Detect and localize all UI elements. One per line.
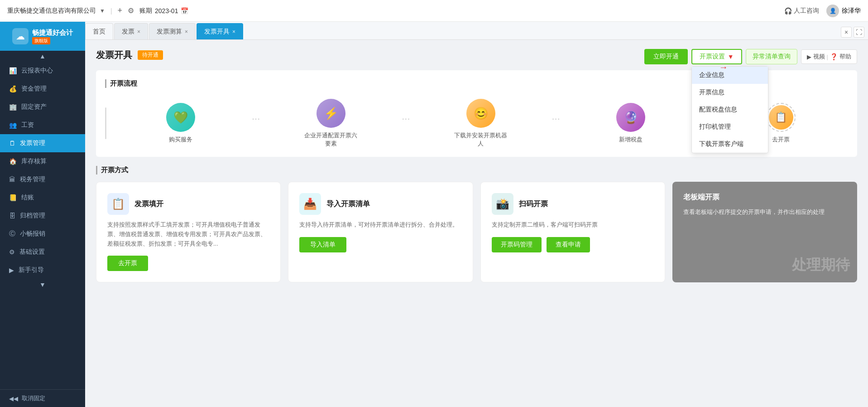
dropdown-item-company-info[interactable]: 企业信息 <box>692 67 768 84</box>
tab-home[interactable]: 首页 <box>85 23 113 39</box>
logo-title: 畅捷通好会计 <box>32 29 73 37</box>
scan-code-title: 扫码开票 <box>519 199 548 209</box>
method-card-manual-fill: 📋 发票填开 支持按照发票样式手工填开发票；可开具增值税电子普通发票、增值税普通… <box>96 182 281 282</box>
import-list-btn[interactable]: 导入清单 <box>299 237 346 252</box>
sidebar-item-inventory[interactable]: 🏠 库存核算 <box>0 152 85 170</box>
flow-step-buy-service: 💚 购买服务 <box>114 103 248 144</box>
dropdown-item-printer[interactable]: 打印机管理 <box>692 118 768 136</box>
view-apply-btn[interactable]: 查看申请 <box>547 237 590 252</box>
btn-sep: | <box>827 53 828 60</box>
top-bar: 重庆畅捷交通信息咨询有限公司 ▼ | + ⚙ 账期 2023-01 📅 🎧 人工… <box>0 0 868 22</box>
manual-fill-btn[interactable]: 去开票 <box>107 256 148 271</box>
dropdown-item-invoice-info[interactable]: 开票信息 <box>692 84 768 101</box>
dropdown-item-download-client[interactable]: 下载开票客户端 <box>692 136 768 153</box>
cancel-fixed-icon: ◀◀ <box>9 395 18 402</box>
main-layout: ☁ 畅捷通好会计 旗舰版 ▲ 📊 云报表中心 💰 资金管理 🏢 固定资产 👥 工… <box>0 22 868 407</box>
configure-label: 企业开通配置开票六要素 <box>304 131 358 148</box>
sidebar-item-settings[interactable]: ⚙ 基础设置 <box>0 243 85 261</box>
import-list-desc: 支持导入待开票清单，可对待开票清单进行拆分、合并处理。 <box>299 220 461 230</box>
sidebar: ☁ 畅捷通好会计 旗舰版 ▲ 📊 云报表中心 💰 资金管理 🏢 固定资产 👥 工… <box>0 22 85 407</box>
sidebar-scroll-up[interactable]: ▲ <box>0 51 85 62</box>
tab-invoice-close[interactable]: × <box>137 29 140 35</box>
tab-close-all-btn[interactable]: × <box>841 27 852 38</box>
download-client-label: 下载开票客户端 <box>699 140 743 147</box>
account-period: 账期 2023-01 📅 <box>139 7 188 15</box>
sidebar-item-archive[interactable]: 🗄 归档管理 <box>0 207 85 225</box>
anomaly-btn[interactable]: 异常清单查询 <box>746 49 797 64</box>
sidebar-item-fixed-assets[interactable]: 🏢 固定资产 <box>0 98 85 116</box>
tab-invoice-issue-close[interactable]: × <box>232 29 235 35</box>
settings-icon[interactable]: ⚙ <box>128 6 134 15</box>
help-icon: ❓ <box>830 53 838 60</box>
sidebar-item-capital[interactable]: 💰 资金管理 <box>0 80 85 98</box>
tab-invoice-issue[interactable]: 发票开具 × <box>197 23 243 39</box>
sidebar-item-cloud-report[interactable]: 📊 云报表中心 <box>0 62 85 80</box>
add-company-btn[interactable]: + <box>118 6 123 15</box>
content-area: 首页 发票 × 发票测算 × 发票开具 × × ⛶ 发票开具 <box>85 22 868 407</box>
issue-label: 去开票 <box>772 136 790 144</box>
settings-btn-arrow: ▼ <box>728 53 734 60</box>
settings-dropdown-wrapper: 开票设置 ▼ → 企业信息 开票信息 配置税 <box>691 49 742 64</box>
invoice-info-label: 开票信息 <box>699 88 724 96</box>
sidebar-item-report-sale[interactable]: Ⓒ 小畅报销 <box>0 225 85 243</box>
tab-maximize-btn[interactable]: ⛶ <box>854 27 864 38</box>
tab-invoice-issue-label: 发票开具 <box>204 28 230 36</box>
tab-invoice[interactable]: 发票 × <box>114 23 148 39</box>
import-list-title: 导入开票清单 <box>326 199 370 209</box>
flow-connector-2: ··· <box>402 113 410 125</box>
printer-label: 打印机管理 <box>699 123 731 130</box>
sidebar-logo: ☁ 畅捷通好会计 旗舰版 <box>0 22 85 51</box>
headset-icon: 🎧 <box>784 7 792 15</box>
period-label: 账期 <box>139 7 152 15</box>
method-card-scan-code: 📸 扫码开票 支持定制开票二维码，客户端可扫码开票 开票码管理 查看申请 <box>480 182 665 282</box>
calendar-icon[interactable]: 📅 <box>181 7 188 15</box>
sidebar-label-capital: 资金管理 <box>21 85 47 93</box>
fixed-assets-icon: 🏢 <box>9 103 17 111</box>
settings-btn-label: 开票设置 <box>700 53 725 61</box>
qr-management-btn[interactable]: 开票码管理 <box>492 237 542 252</box>
sidebar-item-payroll[interactable]: 👥 工资 <box>0 116 85 134</box>
status-badge: 待开通 <box>138 50 163 60</box>
dropdown-item-tax-disk[interactable]: 配置税盘信息 <box>692 101 768 118</box>
flow-connector-3: ··· <box>551 113 560 125</box>
tab-invoice-calc-label: 发票测算 <box>157 28 182 36</box>
settings-btn[interactable]: 开票设置 ▼ <box>691 49 742 64</box>
user-menu[interactable]: 👤 徐泽华 <box>826 5 861 17</box>
boss-issue-title: 老板端开票 <box>683 193 719 202</box>
tab-invoice-calc[interactable]: 发票测算 × <box>149 23 196 39</box>
service-btn[interactable]: 🎧 人工咨询 <box>784 7 819 15</box>
boss-issue-overlay-text: 处理期待 <box>792 255 850 275</box>
method-card-import-list: 📥 导入开票清单 支持导入待开票清单，可对待开票清单进行拆分、合并处理。 导入清… <box>288 182 473 282</box>
invoice-icon: 🗒 <box>9 140 15 147</box>
sidebar-item-tax[interactable]: 🏛 税务管理 <box>0 170 85 189</box>
flow-step-robot: 😊 下载并安装开票机器人 <box>414 99 548 148</box>
sidebar-scroll-down[interactable]: ▼ <box>0 279 85 290</box>
logo-icon: ☁ <box>12 28 29 44</box>
method-card-scan-header: 📸 扫码开票 <box>492 193 654 215</box>
activate-btn[interactable]: 立即开通 <box>644 49 688 64</box>
company-selector[interactable]: 重庆畅捷交通信息咨询有限公司 ▼ <box>7 7 105 15</box>
tab-invoice-calc-close[interactable]: × <box>185 29 188 35</box>
sidebar-cancel-fixed[interactable]: ◀◀ 取消固定 <box>0 389 85 407</box>
manual-fill-title: 发票填开 <box>134 199 163 209</box>
flow-line <box>105 107 106 139</box>
sidebar-item-account[interactable]: 📒 结账 <box>0 189 85 207</box>
sidebar-label-archive: 归档管理 <box>20 212 45 220</box>
sidebar-item-invoice[interactable]: 🗒 发票管理 <box>0 134 85 152</box>
sidebar-label-account: 结账 <box>21 194 34 202</box>
tax-icon: 🏛 <box>9 176 15 183</box>
sidebar-item-guide[interactable]: ▶ 新手引导 <box>0 261 85 279</box>
video-label: 视频 <box>813 53 825 61</box>
settings-dropdown-menu: → 企业信息 开票信息 配置税盘信息 打印机管理 <box>691 66 768 153</box>
video-btn[interactable]: ▶ 视频 | ❓ 帮助 <box>801 49 857 64</box>
tax-disk-step-icon: 🔮 <box>616 103 645 132</box>
scan-code-icon: 📸 <box>492 193 513 215</box>
payroll-icon: 👥 <box>9 121 17 129</box>
tab-invoice-label: 发票 <box>122 28 134 36</box>
issue-icon-wrapper: 📋 <box>767 103 796 132</box>
sidebar-label-inventory: 库存核算 <box>21 157 47 165</box>
settings-nav-icon: ⚙ <box>9 248 15 256</box>
top-bar-right: 🎧 人工咨询 👤 徐泽华 <box>784 5 861 17</box>
robot-icon: 😊 <box>466 99 495 128</box>
user-name: 徐泽华 <box>842 7 861 15</box>
